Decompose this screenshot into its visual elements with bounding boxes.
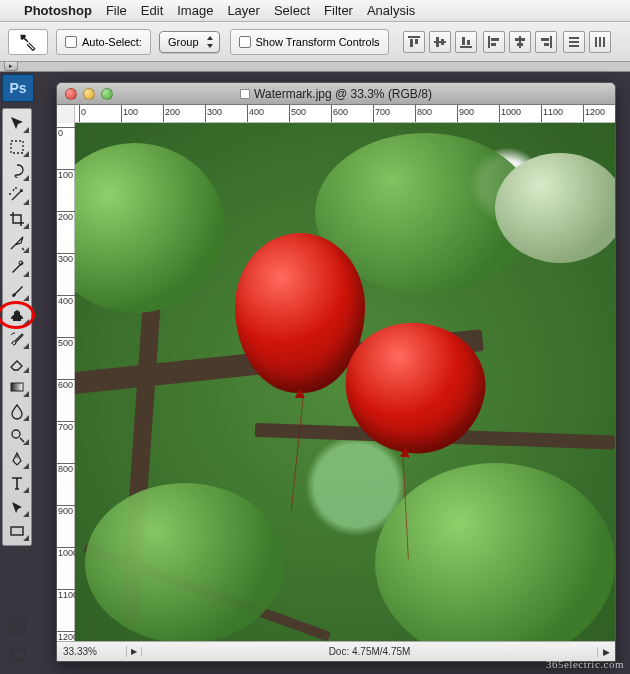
svg-rect-12: [491, 43, 496, 46]
marquee-tool[interactable]: [4, 136, 30, 158]
move-tool[interactable]: [4, 112, 30, 134]
blur-tool[interactable]: [4, 400, 30, 422]
window-title: Watermark.jpg @ 33.3% (RGB/8): [57, 87, 615, 101]
svg-rect-33: [15, 661, 21, 663]
options-bar: Auto-Select: Group Show Transform Contro…: [0, 22, 630, 62]
svg-rect-17: [541, 38, 549, 41]
svg-rect-19: [569, 37, 579, 39]
screen-mode-icon[interactable]: [5, 645, 31, 667]
align-bottom-icon[interactable]: [455, 31, 477, 53]
svg-rect-14: [515, 38, 525, 41]
svg-rect-3: [415, 39, 418, 44]
svg-rect-29: [11, 527, 23, 535]
menu-edit[interactable]: Edit: [141, 3, 163, 18]
align-vcenter-icon[interactable]: [429, 31, 451, 53]
clone-stamp-tool[interactable]: [4, 304, 30, 326]
doc-size[interactable]: Doc: 4.75M/4.75M: [142, 646, 597, 657]
show-transform-checkbox[interactable]: [239, 36, 251, 48]
svg-point-28: [12, 430, 20, 438]
svg-rect-10: [488, 36, 490, 48]
slice-tool[interactable]: [4, 232, 30, 254]
dodge-tool[interactable]: [4, 424, 30, 446]
svg-rect-1: [408, 36, 420, 38]
window-titlebar[interactable]: Watermark.jpg @ 33.3% (RGB/8): [57, 83, 615, 105]
photoshop-badge[interactable]: Ps: [2, 74, 34, 102]
svg-rect-16: [550, 36, 552, 48]
app-menu[interactable]: Photoshop: [24, 3, 92, 18]
menu-layer[interactable]: Layer: [227, 3, 260, 18]
show-transform-label: Show Transform Controls: [256, 36, 380, 48]
zoom-level[interactable]: 33.33%: [57, 646, 127, 657]
horizontal-ruler[interactable]: 0100200300400500600700800900100011001200: [75, 105, 615, 122]
watermark-credit: 365electric.com: [546, 658, 624, 670]
quick-mask-icon[interactable]: [5, 615, 31, 637]
align-buttons-group-2: [483, 31, 557, 53]
document-window: Watermark.jpg @ 33.3% (RGB/8) 0100200300…: [56, 82, 616, 662]
align-top-icon[interactable]: [403, 31, 425, 53]
mac-menubar: Photoshop File Edit Image Layer Select F…: [0, 0, 630, 22]
svg-rect-22: [595, 37, 597, 47]
svg-rect-30: [11, 619, 25, 633]
svg-rect-15: [517, 43, 523, 46]
status-bar: 33.33% ▶ Doc: 4.75M/4.75M ▶: [57, 641, 615, 661]
healing-brush-tool[interactable]: [4, 256, 30, 278]
svg-rect-18: [544, 43, 549, 46]
menu-select[interactable]: Select: [274, 3, 310, 18]
svg-rect-21: [569, 45, 579, 47]
svg-rect-23: [599, 37, 601, 47]
svg-rect-11: [491, 38, 499, 41]
path-selection-tool[interactable]: [4, 496, 30, 518]
distribute-1-icon[interactable]: [563, 31, 585, 53]
brush-tool[interactable]: [4, 280, 30, 302]
vertical-ruler[interactable]: 0100200300400500600700800900100011001200: [57, 123, 75, 641]
menu-file[interactable]: File: [106, 3, 127, 18]
svg-rect-6: [441, 39, 444, 45]
crop-tool[interactable]: [4, 208, 30, 230]
svg-rect-27: [11, 383, 23, 391]
history-brush-tool[interactable]: [4, 328, 30, 350]
shelf-expand-icon[interactable]: [4, 62, 18, 71]
rectangle-tool[interactable]: [4, 520, 30, 542]
distribute-buttons-group: [563, 31, 611, 53]
svg-rect-24: [603, 37, 605, 47]
toolbox: [2, 108, 32, 546]
type-tool[interactable]: [4, 472, 30, 494]
svg-rect-20: [569, 41, 579, 43]
svg-rect-8: [462, 37, 465, 45]
options-shelf: [0, 62, 630, 72]
svg-rect-2: [410, 39, 413, 47]
proxy-icon[interactable]: [240, 89, 250, 99]
auto-select-checkbox[interactable]: [65, 36, 77, 48]
distribute-2-icon[interactable]: [589, 31, 611, 53]
lasso-tool[interactable]: [4, 160, 30, 182]
show-transform-option[interactable]: Show Transform Controls: [230, 29, 389, 55]
status-menu-icon[interactable]: ▶: [597, 647, 615, 657]
svg-point-31: [14, 622, 22, 630]
tool-preset-picker[interactable]: [8, 29, 48, 55]
auto-select-label: Auto-Select:: [82, 36, 142, 48]
gradient-tool[interactable]: [4, 376, 30, 398]
align-right-icon[interactable]: [535, 31, 557, 53]
menu-image[interactable]: Image: [177, 3, 213, 18]
align-left-icon[interactable]: [483, 31, 505, 53]
auto-select-target[interactable]: Group: [159, 31, 220, 53]
svg-rect-4: [434, 41, 446, 43]
ruler-origin[interactable]: [57, 105, 75, 123]
eraser-tool[interactable]: [4, 352, 30, 374]
zoom-menu-icon[interactable]: ▶: [127, 647, 142, 656]
pen-tool[interactable]: [4, 448, 30, 470]
align-hcenter-icon[interactable]: [509, 31, 531, 53]
svg-rect-9: [467, 40, 470, 45]
svg-rect-7: [460, 46, 472, 48]
canvas[interactable]: [75, 123, 615, 641]
svg-rect-25: [11, 141, 23, 153]
image-content: [75, 123, 615, 641]
menu-filter[interactable]: Filter: [324, 3, 353, 18]
svg-rect-5: [436, 37, 439, 47]
magic-wand-tool[interactable]: [4, 184, 30, 206]
svg-rect-32: [11, 650, 25, 660]
auto-select-option[interactable]: Auto-Select:: [56, 29, 151, 55]
align-buttons-group-1: [403, 31, 477, 53]
svg-rect-13: [519, 36, 521, 48]
menu-analysis[interactable]: Analysis: [367, 3, 415, 18]
